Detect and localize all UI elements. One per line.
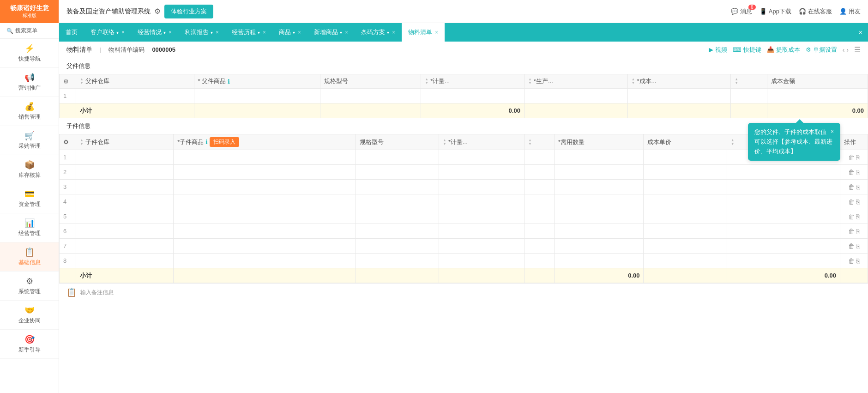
child-cell-spec[interactable] bbox=[356, 254, 439, 268]
child-cell-spec[interactable] bbox=[356, 209, 439, 224]
scan-btn[interactable]: 扫码录入 bbox=[210, 137, 239, 147]
sidebar-item-guide[interactable]: 🎯 新手引导 bbox=[0, 330, 59, 359]
delete-row-btn[interactable]: 🗑 bbox=[848, 242, 855, 250]
child-cell-qty[interactable] bbox=[555, 254, 644, 268]
copy-row-btn[interactable]: ⎘ bbox=[856, 198, 860, 206]
sidebar-item-sales[interactable]: 💰 销售管理 bbox=[0, 97, 59, 126]
tab-close-icon[interactable]: × bbox=[298, 29, 301, 36]
child-cell-warehouse[interactable] bbox=[76, 209, 174, 224]
tab-goods[interactable]: 商品 ▾ × bbox=[272, 23, 307, 42]
child-cell-spec[interactable] bbox=[356, 150, 439, 165]
list-view-icon[interactable]: ☰ bbox=[854, 45, 861, 54]
delete-row-btn[interactable]: 🗑 bbox=[848, 154, 855, 161]
child-cell-qty[interactable] bbox=[555, 165, 644, 180]
delete-row-btn[interactable]: 🗑 bbox=[848, 169, 855, 176]
child-cell-warehouse[interactable] bbox=[76, 165, 174, 180]
child-cell-unit-price[interactable] bbox=[644, 180, 727, 194]
delete-row-btn[interactable]: 🗑 bbox=[848, 198, 855, 206]
tab-history[interactable]: 经营历程 ▾ × bbox=[225, 23, 272, 42]
parent-cell-produce[interactable] bbox=[524, 89, 627, 103]
child-cell-qty[interactable] bbox=[555, 180, 644, 194]
child-cell-qty[interactable] bbox=[555, 194, 644, 209]
parent-cell-spec[interactable] bbox=[320, 89, 421, 103]
tab-customer[interactable]: 客户联络 ▾ × bbox=[84, 23, 131, 42]
tab-new-goods[interactable]: 新增商品 ▾ × bbox=[307, 23, 355, 42]
parent-col-settings[interactable]: ⚙ bbox=[60, 74, 76, 89]
sidebar-item-marketing[interactable]: 📢 营销推广 bbox=[0, 68, 59, 97]
copy-row-btn[interactable]: ⎘ bbox=[856, 183, 860, 191]
child-cell-qty[interactable] bbox=[555, 224, 644, 239]
child-cell-goods[interactable] bbox=[174, 194, 356, 209]
sidebar-item-operations[interactable]: 📊 经营管理 bbox=[0, 213, 59, 242]
view-action[interactable]: ▶ 视频 bbox=[709, 46, 727, 54]
child-cell-qty[interactable] bbox=[555, 209, 644, 224]
tab-bom[interactable]: 物料清单 × bbox=[402, 23, 445, 42]
child-cell-goods[interactable] bbox=[174, 209, 356, 224]
online-service-btn[interactable]: 🎧 在线客服 bbox=[799, 7, 832, 16]
delete-row-btn[interactable]: 🗑 bbox=[848, 257, 855, 265]
child-cell-qty[interactable] bbox=[555, 150, 644, 165]
child-cell-goods[interactable] bbox=[174, 224, 356, 239]
child-cell-warehouse[interactable] bbox=[76, 239, 174, 254]
child-cell-unit[interactable] bbox=[439, 209, 524, 224]
copy-row-btn[interactable]: ⎘ bbox=[856, 154, 860, 161]
child-cell-spec[interactable] bbox=[356, 194, 439, 209]
tab-close-icon[interactable]: × bbox=[435, 29, 438, 36]
sidebar-item-finance[interactable]: 💳 资金管理 bbox=[0, 184, 59, 213]
sidebar-item-purchase[interactable]: 🛒 采购管理 bbox=[0, 126, 59, 155]
child-cell-warehouse[interactable] bbox=[76, 194, 174, 209]
child-cell-spec[interactable] bbox=[356, 239, 439, 254]
child-cell-goods[interactable] bbox=[174, 180, 356, 194]
delete-row-btn[interactable]: 🗑 bbox=[848, 183, 855, 191]
user-btn[interactable]: 👤 用友 bbox=[839, 7, 861, 16]
prev-page-btn[interactable]: ‹ bbox=[843, 46, 845, 54]
sidebar-item-system[interactable]: ⚙ 系统管理 bbox=[0, 272, 59, 301]
child-cell-unit[interactable] bbox=[439, 150, 524, 165]
tab-close-icon[interactable]: × bbox=[216, 29, 219, 36]
sidebar-item-quick-nav[interactable]: ⚡ 快捷导航 bbox=[0, 39, 59, 68]
child-cell-spec[interactable] bbox=[356, 224, 439, 239]
child-cell-spec[interactable] bbox=[356, 180, 439, 194]
tab-home[interactable]: 首页 bbox=[59, 23, 84, 42]
child-cell-unit[interactable] bbox=[439, 180, 524, 194]
app-download-btn[interactable]: 📱 App下载 bbox=[760, 7, 791, 16]
child-cell-goods[interactable] bbox=[174, 239, 356, 254]
tooltip-close-btn[interactable]: × bbox=[831, 127, 834, 136]
tab-barcode[interactable]: 条码方案 ▾ × bbox=[355, 23, 402, 42]
child-cell-goods[interactable] bbox=[174, 150, 356, 165]
tab-close-icon[interactable]: × bbox=[169, 29, 172, 36]
trial-btn[interactable]: 体验行业方案 bbox=[164, 5, 213, 18]
child-cell-unit-price[interactable] bbox=[644, 150, 727, 165]
child-cell-warehouse[interactable] bbox=[76, 224, 174, 239]
sidebar-search[interactable]: 🔍 搜索菜单 bbox=[0, 23, 59, 39]
child-cell-unit[interactable] bbox=[439, 254, 524, 268]
tab-close-icon[interactable]: × bbox=[392, 29, 395, 36]
child-cell-unit-price[interactable] bbox=[644, 165, 727, 180]
child-cell-unit-price[interactable] bbox=[644, 254, 727, 268]
copy-row-btn[interactable]: ⎘ bbox=[856, 213, 860, 220]
child-cell-unit-price[interactable] bbox=[644, 209, 727, 224]
close-all-tabs-btn[interactable]: × bbox=[853, 29, 868, 36]
sidebar-item-inventory[interactable]: 📦 库存核算 bbox=[0, 155, 59, 184]
child-cell-qty[interactable] bbox=[555, 239, 644, 254]
shortcut-action[interactable]: ⌨ 快捷键 bbox=[733, 46, 761, 54]
copy-row-btn[interactable]: ⎘ bbox=[856, 169, 860, 176]
sidebar-item-cooperation[interactable]: 🤝 企业协同 bbox=[0, 301, 59, 330]
settings-action[interactable]: ⚙ 单据设置 bbox=[806, 46, 837, 54]
tab-close-icon[interactable]: × bbox=[121, 29, 125, 36]
next-page-btn[interactable]: › bbox=[846, 46, 849, 54]
parent-cell-goods[interactable] bbox=[194, 89, 320, 103]
child-cell-goods[interactable] bbox=[174, 165, 356, 180]
topbar-gear-icon[interactable]: ⚙ bbox=[154, 7, 161, 16]
tab-operations[interactable]: 经营情况 ▾ × bbox=[131, 23, 178, 42]
child-cell-unit-price[interactable] bbox=[644, 194, 727, 209]
child-cell-warehouse[interactable] bbox=[76, 150, 174, 165]
child-cell-spec[interactable] bbox=[356, 165, 439, 180]
copy-row-btn[interactable]: ⎘ bbox=[856, 242, 860, 250]
tab-close-icon[interactable]: × bbox=[263, 29, 266, 36]
parent-cell-cost[interactable] bbox=[627, 89, 731, 103]
tab-close-icon[interactable]: × bbox=[345, 29, 348, 36]
child-cell-unit[interactable] bbox=[439, 194, 524, 209]
child-col-settings[interactable]: ⚙ bbox=[60, 134, 76, 150]
message-btn[interactable]: 💬 消息 6 bbox=[731, 7, 752, 16]
